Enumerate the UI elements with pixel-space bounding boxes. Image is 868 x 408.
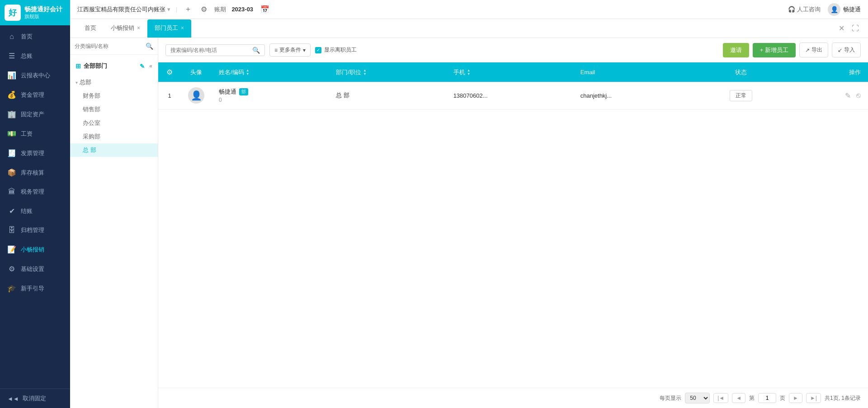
sidebar-item-checkout[interactable]: ✔ 结账	[0, 201, 70, 221]
dept-child-procurement[interactable]: 采购部	[70, 130, 158, 143]
row-phone: 138070602...	[446, 82, 573, 109]
col-email: Email	[573, 62, 693, 82]
assets-mgmt-icon: 💰	[7, 90, 16, 99]
page-last-button[interactable]: ►|	[806, 393, 821, 403]
dept-edit-icon[interactable]: ✎	[140, 63, 145, 70]
sidebar-nav: ⌂ 首页 ☰ 总账 📊 云报表中心 💰 资金管理 🏢 固定资产 💵 工资 🧾 发…	[0, 25, 70, 389]
page-prev-button[interactable]: ◄	[732, 393, 745, 403]
sidebar-item-ledger[interactable]: ☰ 总账	[0, 46, 70, 66]
invite-button[interactable]: 邀请	[723, 43, 749, 57]
column-settings-button[interactable]: ⚙	[166, 68, 173, 76]
sidebar-item-guide[interactable]: 🎓 新手引导	[0, 279, 70, 298]
dept-child-finance[interactable]: 财务部	[70, 89, 158, 103]
dept-child-office[interactable]: 办公室	[70, 116, 158, 130]
import-button[interactable]: ↙ 导入	[832, 43, 861, 57]
guide-icon: 🎓	[7, 284, 16, 293]
row-actions: ✎ ⎋	[789, 82, 868, 109]
sidebar-item-fixed-assets[interactable]: 🏢 固定资产	[0, 104, 70, 124]
tab-dept-staff-close[interactable]: ×	[181, 25, 184, 31]
sidebar-item-archive[interactable]: 🗄 归档管理	[0, 221, 70, 240]
user-info[interactable]: 👤 畅捷通	[828, 3, 861, 16]
tab-home[interactable]: 首页	[77, 19, 104, 38]
dept-child-sales[interactable]: 销售部	[70, 103, 158, 116]
filter-dropdown-icon: ▾	[303, 47, 306, 53]
dept-child-general[interactable]: 总 部	[70, 143, 158, 157]
tab-bar-actions: ✕ ⛶	[837, 22, 861, 34]
pin-icon: ◄◄	[7, 395, 19, 402]
page-input[interactable]	[758, 393, 776, 403]
add-account-button[interactable]: ＋	[183, 3, 193, 16]
employee-search-icon[interactable]: 🔍	[252, 47, 260, 54]
sidebar-item-reports[interactable]: 📊 云报表中心	[0, 66, 70, 85]
settings-header-button[interactable]: ⚙	[199, 3, 209, 15]
employee-search-input[interactable]	[170, 47, 250, 53]
avatar-circle: 👤	[188, 87, 204, 104]
toolbar: 🔍 ≡ 更多条件 ▾ ✓ 显示离职员工 邀请 + 新增员工 ↗ 导出	[158, 38, 868, 62]
support-button[interactable]: 🎧 人工咨询	[788, 5, 821, 14]
tab-maximize-button[interactable]: ⛶	[850, 22, 861, 34]
sidebar-item-inventory[interactable]: 📦 库存核算	[0, 163, 70, 182]
left-panel: 🔍 ⊞ 全部部门 ✎ « ▾ 总部 财务部	[70, 38, 158, 408]
filter-icon: ≡	[274, 47, 278, 53]
sidebar-item-invoice[interactable]: 🧾 发票管理	[0, 143, 70, 163]
calendar-icon[interactable]: 📅	[259, 3, 271, 15]
col-dept-position[interactable]: 部门/职位 ▲▼	[329, 62, 446, 82]
dept-sort-arrows: ▲▼	[363, 69, 367, 76]
col-name-code[interactable]: 姓名/编码 ▲▼	[212, 62, 329, 82]
inventory-icon: 📦	[7, 168, 16, 177]
pin-toggle[interactable]: ◄◄ 取消固定	[0, 389, 70, 408]
company-name[interactable]: 江西服宝精品有限责任公司内账张 ▾	[77, 5, 170, 14]
dept-parent-headquarters[interactable]: ▾ 总部	[70, 76, 158, 89]
pagination: 每页显示 50 100 |◄ ◄ 第 页 ► ►| 共1页, 1条记录	[158, 388, 868, 408]
sidebar-item-tax[interactable]: 🏛 税务管理	[0, 182, 70, 201]
sidebar-item-home[interactable]: ⌂ 首页	[0, 27, 70, 46]
tab-expense[interactable]: 小畅报销 ×	[104, 19, 147, 38]
company-dropdown-icon: ▾	[167, 6, 170, 13]
dept-all-item[interactable]: ⊞ 全部部门 ✎ «	[70, 58, 158, 74]
sidebar-item-settings[interactable]: ⚙ 基础设置	[0, 259, 70, 279]
toolbar-right: 邀请 + 新增员工 ↗ 导出 ↙ 导入	[723, 43, 861, 57]
sidebar-item-assets-mgmt[interactable]: 💰 资金管理	[0, 85, 70, 104]
name-sort-arrows: ▲▼	[246, 69, 250, 76]
dept-search-icon[interactable]: 🔍	[146, 43, 153, 50]
dept-list: ⊞ 全部部门 ✎ « ▾ 总部 财务部 销售部	[70, 55, 158, 408]
col-phone[interactable]: 手机 ▲▼	[446, 62, 573, 82]
ledger-icon: ☰	[7, 52, 16, 60]
sidebar: 好 畅捷通好会计 旗舰版 ⌂ 首页 ☰ 总账 📊 云报表中心 💰 资金管理 🏢 …	[0, 0, 70, 408]
logout-action-icon[interactable]: ⎋	[856, 91, 861, 100]
filter-button[interactable]: ≡ 更多条件 ▾	[269, 43, 311, 57]
top-header: 江西服宝精品有限责任公司内账张 ▾ | ＋ ⚙ 账期 2023-03 📅 🎧 人…	[70, 0, 868, 19]
header-right: 🎧 人工咨询 👤 畅捷通	[788, 3, 861, 16]
tab-expense-close[interactable]: ×	[137, 25, 140, 31]
show-resigned-toggle[interactable]: ✓ 显示离职员工	[315, 46, 357, 54]
employee-table: ⚙ 头像 姓名/编码 ▲▼	[158, 62, 868, 109]
page-size-select[interactable]: 50 100	[685, 393, 710, 403]
tab-dept-staff[interactable]: 部门员工 ×	[147, 19, 191, 38]
fixed-assets-icon: 🏢	[7, 110, 16, 119]
dept-search-bar: 🔍	[70, 38, 158, 55]
archive-icon: 🗄	[7, 226, 16, 234]
edit-action-icon[interactable]: ✎	[845, 91, 851, 100]
page-next-button[interactable]: ►	[789, 393, 802, 403]
dept-collapse-icon[interactable]: «	[149, 63, 152, 69]
resigned-checkbox[interactable]: ✓	[315, 47, 321, 53]
dept-arrow-icon: ▾	[75, 80, 78, 85]
page-first-button[interactable]: |◄	[713, 393, 728, 403]
tab-close-window-button[interactable]: ✕	[837, 22, 846, 34]
col-status: 状态	[693, 62, 789, 82]
logo-icon: 好	[5, 5, 21, 21]
dept-badge: 部	[239, 88, 248, 95]
sidebar-item-expense[interactable]: 📝 小畅报销	[0, 240, 70, 259]
add-employee-button[interactable]: + 新增员工	[753, 43, 796, 57]
dept-search-input[interactable]	[75, 43, 146, 49]
user-avatar: 👤	[828, 3, 840, 16]
phone-sort-arrows: ▲▼	[467, 69, 471, 76]
employee-table-wrap: ⚙ 头像 姓名/编码 ▲▼	[158, 62, 868, 388]
export-icon: ↗	[805, 47, 810, 53]
tax-icon: 🏛	[7, 188, 16, 196]
sidebar-item-salary[interactable]: 💵 工资	[0, 124, 70, 143]
tab-bar: 首页 小畅报销 × 部门员工 × ✕ ⛶	[70, 19, 868, 38]
headset-icon: 🎧	[788, 6, 795, 13]
invoice-icon: 🧾	[7, 149, 16, 157]
export-button[interactable]: ↗ 导出	[799, 43, 828, 57]
